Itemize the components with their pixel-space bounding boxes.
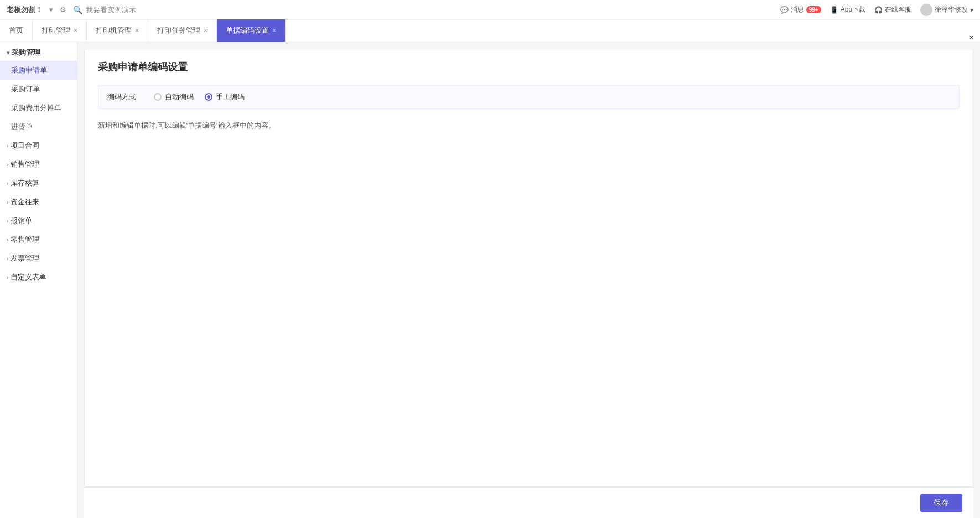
tab-print-mgmt-label: 打印管理 [42, 25, 70, 35]
retail-mgmt-arrow: › [7, 237, 8, 243]
tab-bar: 首页 打印管理 × 打印机管理 × 打印任务管理 × 单据编码设置 × × [0, 20, 980, 42]
user-menu[interactable]: 徐泽华修改 ▾ [920, 4, 973, 16]
page-title: 采购申请单编码设置 [98, 60, 960, 74]
sidebar-item-purchase-expense[interactable]: 采购费用分摊单 [0, 99, 77, 117]
capital-label: 资金往来 [11, 197, 39, 207]
inventory-arrow: › [7, 180, 8, 187]
tab-printer-mgmt-label: 打印机管理 [96, 25, 132, 35]
main-layout: ▾ 采购管理 采购申请单 采购订单 采购费用分摊单 进货单 › 项目合同 › 销… [0, 42, 980, 518]
tab-print-mgmt[interactable]: 打印管理 × [33, 19, 87, 42]
top-bar-left: 老板勿割！ ▾ ⚙ 🔍 我要看实例演示 [7, 5, 136, 15]
sidebar-section-capital[interactable]: › 资金往来 [0, 193, 77, 211]
sidebar-group-purchase-mgmt[interactable]: ▾ 采购管理 [0, 42, 77, 61]
tab-print-mgmt-close[interactable]: × [74, 27, 77, 34]
returns-label: 报销单 [11, 216, 32, 226]
sales-mgmt-label: 销售管理 [11, 159, 39, 169]
content-area: 采购申请单编码设置 编码方式 自动编码 手工编码 新增和编辑单据时,可以编辑'单… [77, 42, 980, 518]
tab-printer-mgmt-close[interactable]: × [135, 27, 139, 34]
dropdown-icon[interactable]: ▾ [49, 6, 53, 14]
radio-auto-circle [154, 93, 162, 101]
sidebar-item-stock-in[interactable]: 进货单 [0, 117, 77, 136]
close-all-icon: × [969, 33, 973, 42]
purchase-mgmt-arrow: ▾ [7, 50, 9, 56]
sidebar-section-sales-mgmt[interactable]: › 销售管理 [0, 155, 77, 174]
sidebar-section-inventory[interactable]: › 库存核算 [0, 174, 77, 193]
invoice-mgmt-arrow: › [7, 256, 8, 262]
user-chevron-icon: ▾ [970, 6, 973, 14]
sidebar: ▾ 采购管理 采购申请单 采购订单 采购费用分摊单 进货单 › 项目合同 › 销… [0, 42, 77, 518]
purchase-expense-label: 采购费用分摊单 [11, 103, 61, 112]
stock-in-label: 进货单 [11, 122, 33, 131]
online-service-label: 在线客服 [885, 5, 911, 14]
message-badge: 99+ [806, 6, 821, 13]
returns-arrow: › [7, 218, 8, 224]
content-footer: 保存 [84, 487, 973, 518]
tab-print-task-mgmt-close[interactable]: × [204, 27, 208, 34]
save-button[interactable]: 保存 [920, 494, 962, 512]
tab-print-task-mgmt-label: 打印任务管理 [157, 25, 200, 35]
app-download-button[interactable]: 📱 App下载 [830, 5, 865, 14]
search-icon: 🔍 [73, 6, 82, 14]
capital-arrow: › [7, 199, 8, 205]
radio-auto[interactable]: 自动编码 [154, 92, 194, 102]
message-button[interactable]: 💬 消息 99+ [780, 5, 821, 14]
tab-single-code-settings[interactable]: 单据编码设置 × [217, 19, 286, 42]
sidebar-section-project-contract[interactable]: › 项目合同 [0, 136, 77, 155]
content-inner: 采购申请单编码设置 编码方式 自动编码 手工编码 新增和编辑单据时,可以编辑'单… [84, 49, 973, 487]
sidebar-section-retail-mgmt[interactable]: › 零售管理 [0, 230, 77, 249]
encoding-method-row: 编码方式 自动编码 手工编码 [98, 85, 960, 109]
tab-home[interactable]: 首页 [0, 19, 33, 42]
retail-mgmt-label: 零售管理 [11, 235, 39, 245]
radio-manual[interactable]: 手工编码 [205, 92, 245, 102]
sidebar-section-custom-forms[interactable]: › 自定义表单 [0, 268, 77, 287]
invoice-mgmt-label: 发票管理 [11, 253, 39, 263]
tab-print-task-mgmt[interactable]: 打印任务管理 × [148, 19, 217, 42]
tab-bar-close[interactable]: × [962, 33, 980, 42]
sales-mgmt-arrow: › [7, 162, 8, 168]
message-label: 消息 [791, 5, 804, 14]
sidebar-section-returns[interactable]: › 报销单 [0, 211, 77, 230]
brand-logo: 老板勿割！ [7, 5, 43, 15]
message-icon: 💬 [780, 6, 789, 14]
custom-forms-arrow: › [7, 274, 8, 281]
user-name: 徐泽华修改 [935, 5, 968, 14]
tab-single-code-close[interactable]: × [272, 27, 276, 34]
sidebar-item-purchase-order[interactable]: 采购订单 [0, 80, 77, 99]
service-icon: 🎧 [874, 6, 883, 14]
sidebar-item-purchase-request[interactable]: 采购申请单 [0, 61, 77, 80]
online-service-button[interactable]: 🎧 在线客服 [874, 5, 911, 14]
app-icon: 📱 [830, 6, 838, 14]
encoding-method-label: 编码方式 [107, 92, 141, 102]
avatar [920, 4, 932, 16]
tab-single-code-label: 单据编码设置 [226, 25, 269, 35]
purchase-mgmt-label: 采购管理 [12, 48, 40, 58]
top-bar: 老板勿割！ ▾ ⚙ 🔍 我要看实例演示 💬 消息 99+ 📱 App下载 🎧 在… [0, 0, 980, 20]
project-contract-label: 项目合同 [11, 141, 39, 151]
radio-auto-label: 自动编码 [165, 92, 194, 102]
settings-icon[interactable]: ⚙ [60, 6, 66, 14]
radio-manual-label: 手工编码 [216, 92, 245, 102]
tab-home-label: 首页 [9, 25, 23, 35]
purchase-order-label: 采购订单 [11, 85, 40, 93]
hint-text: 新增和编辑单据时,可以编辑'单据编号'输入框中的内容。 [98, 120, 960, 132]
inventory-label: 库存核算 [11, 178, 39, 188]
sidebar-section-invoice-mgmt[interactable]: › 发票管理 [0, 249, 77, 268]
tab-printer-mgmt[interactable]: 打印机管理 × [87, 19, 148, 42]
radio-manual-circle [205, 93, 212, 101]
project-contract-arrow: › [7, 143, 8, 149]
search-text: 我要看实例演示 [86, 5, 136, 15]
radio-group: 自动编码 手工编码 [154, 92, 245, 102]
purchase-request-label: 采购申请单 [11, 66, 47, 74]
custom-forms-label: 自定义表单 [11, 272, 46, 282]
search-bar[interactable]: 🔍 我要看实例演示 [73, 5, 136, 15]
app-download-label: App下载 [841, 5, 865, 14]
top-bar-right: 💬 消息 99+ 📱 App下载 🎧 在线客服 徐泽华修改 ▾ [780, 4, 973, 16]
